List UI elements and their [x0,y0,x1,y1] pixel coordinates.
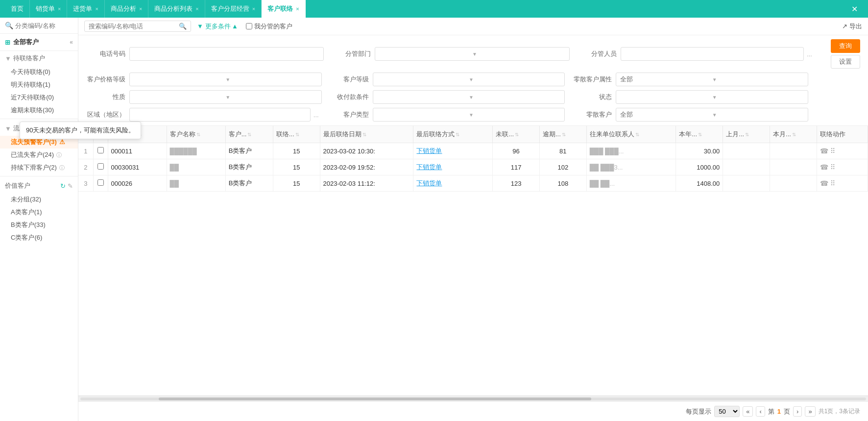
sidebar-item-7day-contact[interactable]: 近7天待联络(0) [0,91,78,104]
nav-home[interactable]: 首页 [5,0,30,18]
sort-person-icon[interactable]: ⇅ [635,132,639,137]
sidebar-item-already-lost[interactable]: 已流失客户(24) ⓘ [0,149,78,161]
row-checkbox[interactable] [97,179,104,186]
action-phone-icon[interactable]: ☎ [820,179,828,187]
filter-status-select[interactable]: ▼ [616,90,808,104]
nav-analysis[interactable]: 商品分析 × [105,0,148,18]
action-more-icon[interactable]: ⠿ [830,147,835,155]
filter-customer-type: 客户类型 ▼ [330,108,565,122]
cell-last-method[interactable]: 下销货单 [413,175,493,192]
action-more-icon[interactable]: ⠿ [830,163,835,171]
pagination: 每页显示 50 20 100 « ‹ 第 1 页 › » 共1页，3条记录 [78,401,868,421]
action-phone-icon[interactable]: ☎ [820,147,828,155]
export-button[interactable]: ↗ 导出 [842,22,862,31]
sort-uncontacted-icon[interactable]: ⇅ [515,132,519,137]
sidebar-item-declining[interactable]: 持续下滑客户(2) ⓘ [0,161,78,174]
cell-last-date: 2023-02-03 11:12: [320,175,413,192]
sidebar-collapse-btn[interactable]: « [70,39,73,46]
action-phone-icon[interactable]: ☎ [820,163,828,171]
nav-customer-contact[interactable]: 客户联络 × [262,0,305,18]
last-method-link[interactable]: 下销货单 [416,163,442,171]
cell-last-method[interactable]: 下销货单 [413,143,493,159]
sort-date-icon[interactable]: ⇅ [362,132,366,137]
prev-page-button[interactable]: ‹ [756,406,765,417]
action-more-icon[interactable]: ⠿ [830,179,835,187]
filter-manager-dots[interactable]: ... [804,50,815,58]
sort-type-icon[interactable]: ⇅ [247,132,251,137]
cell-this-year: 30.00 [676,143,723,159]
filter-region-select[interactable] [129,108,311,122]
sidebar-item-class-b[interactable]: B类客户(33) [0,219,78,231]
filter-customer-type-select[interactable]: ▼ [373,108,565,122]
settings-button[interactable]: 设置 [831,55,860,69]
nav-analysis-list[interactable]: 商品分析列表 × [148,0,205,18]
filter-row-3: 性质 ▼ 收付款条件 ▼ 状态 [86,90,860,104]
sort-lmonth-icon[interactable]: ⇅ [745,132,749,137]
th-overdue: 逾期... ⇅ [539,126,586,143]
nav-sales[interactable]: 销货单 × [30,0,67,18]
sidebar-all-customers[interactable]: ⊞ 全部客户 « [0,34,78,51]
sort-method-icon[interactable]: ⇅ [456,132,459,137]
more-conditions-btn[interactable]: ▼ 更多条件 ▲ [197,22,238,31]
nav-sales-close[interactable]: × [58,6,61,12]
next-page-button[interactable]: › [793,406,802,417]
filter-retail-customer-select[interactable]: 全部 ▼ [616,108,808,122]
last-method-link[interactable]: 下销货单 [416,147,442,154]
cell-last-method[interactable]: 下销货单 [413,159,493,175]
nav-purchase-close[interactable]: × [95,6,98,12]
retail-attr-arrow: ▼ [712,77,804,82]
filter-nature-select[interactable]: ▼ [129,90,322,104]
filter-payment-select[interactable]: ▼ [373,90,565,104]
sidebar-item-ungrouped[interactable]: 未分组(32) [0,193,78,206]
nav-analysis-list-close[interactable]: × [195,6,198,12]
sidebar-item-class-a[interactable]: A类客户(1) [0,206,78,219]
filter-customer-grade-select[interactable]: ▼ [373,73,565,86]
cell-type: B类客户 [225,143,273,159]
my-customers-checkbox[interactable]: 我分管的客户 [246,22,292,31]
cell-last-date: 2023-02-09 19:52: [320,159,413,175]
sidebar-search-input[interactable] [15,22,73,29]
cell-checkbox[interactable] [93,143,108,159]
nav-purchase[interactable]: 进货单 × [67,0,104,18]
sort-month-icon[interactable]: ⇅ [792,132,796,137]
sort-year-icon[interactable]: ⇅ [698,132,702,137]
cell-checkbox[interactable] [93,159,108,175]
nav-customer-tier-close[interactable]: × [252,6,255,12]
filter-price-grade-select[interactable]: ▼ [129,73,322,86]
sidebar-item-overdue-contact[interactable]: 逾期未联络(30) [0,104,78,117]
sidebar-item-class-c[interactable]: C类客户(6) [0,231,78,244]
scroll-track[interactable] [80,397,866,400]
nav-customer-tier[interactable]: 客户分层经营 × [205,0,262,18]
horizontal-scrollbar[interactable] [78,396,868,401]
edit-icon[interactable]: ✎ [68,182,73,190]
nav-customer-contact-close[interactable]: × [296,6,299,12]
filter-phone-input[interactable] [129,47,324,61]
sidebar-item-tomorrow-contact[interactable]: 明天待联络(1) [0,78,78,91]
sidebar-item-today-contact[interactable]: 今天待联络(0) [0,66,78,78]
sort-overdue-icon[interactable]: ⇅ [562,132,566,137]
sidebar-pending-group[interactable]: ▼ 待联络客户 [0,51,78,66]
filter-manager-select[interactable] [621,47,804,61]
cell-checkbox[interactable] [93,175,108,192]
row-checkbox[interactable] [97,163,104,170]
row-checkbox[interactable] [97,147,104,153]
last-page-button[interactable]: » [805,406,815,417]
window-close-button[interactable]: ✕ [845,0,863,18]
query-button[interactable]: 查询 [831,39,860,53]
first-page-button[interactable]: « [743,406,753,417]
filter-dept-select[interactable]: ▼ [375,47,569,61]
my-customers-check[interactable] [246,23,252,29]
per-page-select[interactable]: 50 20 100 [714,406,740,417]
scroll-thumb[interactable] [159,397,591,400]
nav-analysis-close[interactable]: × [139,6,142,12]
search-input[interactable] [89,23,177,30]
search-button[interactable]: 🔍 [179,23,187,30]
sort-name-icon[interactable]: ⇅ [196,132,200,137]
refresh-icon[interactable]: ↻ [60,182,66,190]
sort-contact-icon[interactable]: ⇅ [295,132,299,137]
last-method-link[interactable]: 下销货单 [416,179,442,187]
filter-customer-grade: 客户等级 ▼ [330,73,565,86]
filter-retail-attr-select[interactable]: 全部 ▼ [616,73,808,86]
filter-region-dots[interactable]: ... [311,111,322,119]
cell-last-month [723,159,770,175]
